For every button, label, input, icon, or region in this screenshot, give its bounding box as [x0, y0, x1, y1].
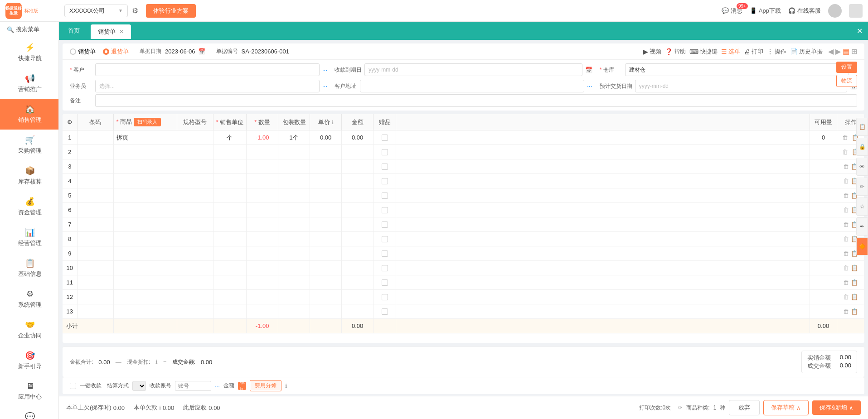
customer-addr-select-icon[interactable]: ··· — [587, 82, 592, 90]
row-gift-1[interactable] — [373, 130, 396, 145]
copy-icon-10[interactable]: 📋 — [851, 265, 858, 271]
select-btn[interactable]: ☰ 选单 — [721, 48, 740, 56]
user-menu-btn[interactable] — [849, 4, 863, 18]
save-new-button[interactable]: 保存&新增 ∧ — [812, 400, 861, 415]
sidebar-item-marketing[interactable]: 📢 营销推广 — [0, 68, 58, 99]
sidebar-item-operations[interactable]: 📊 经营管理 — [0, 222, 58, 253]
date-value[interactable]: 2023-06-06 — [165, 48, 195, 55]
row-unit-1[interactable]: 个 — [213, 130, 247, 145]
expected-date-input[interactable]: yyyy-mm-dd — [635, 80, 847, 92]
gift-checkbox-5[interactable] — [382, 193, 388, 199]
delete-icon-12[interactable]: 🗑 — [843, 294, 849, 300]
next-page-btn[interactable]: ▶ — [835, 47, 841, 56]
salesperson-select-icon[interactable]: ··· — [322, 82, 328, 90]
row-pkg-2[interactable] — [278, 145, 310, 159]
row-barcode-1[interactable] — [77, 130, 113, 145]
due-date-input[interactable]: yyyy-mm-dd — [364, 63, 582, 76]
row-gift-2[interactable] — [373, 145, 396, 159]
tab-home[interactable]: 首页 — [59, 22, 89, 40]
video-btn[interactable]: ▶ 视频 — [643, 48, 661, 56]
logistics-btn[interactable]: 物流 — [836, 75, 857, 87]
radio-sales[interactable]: 销货单 — [70, 48, 96, 56]
row-pkg-1[interactable]: 1个 — [278, 130, 310, 145]
sidebar-item-inventory[interactable]: 📦 库存核算 — [0, 160, 58, 191]
help-btn[interactable]: ❓ 帮助 — [665, 48, 686, 56]
gift-checkbox-7[interactable] — [382, 222, 388, 228]
row-price-2[interactable] — [310, 145, 342, 159]
gift-checkbox-1[interactable] — [382, 135, 388, 141]
delete-icon-6[interactable]: 🗑 — [843, 207, 849, 213]
print-refresh-icon[interactable]: ⟳ — [678, 405, 683, 411]
save-draft-button[interactable]: 保存草稿 ∧ — [763, 400, 809, 415]
sidebar-item-enterprise[interactable]: 🤝 企业协同 — [0, 314, 58, 345]
grid-view-btn[interactable]: ⊞ — [851, 47, 857, 56]
gift-checkbox-13[interactable] — [382, 308, 388, 315]
one-click-checkbox[interactable] — [70, 383, 76, 389]
gift-checkbox-2[interactable] — [382, 149, 388, 155]
row-amount-1[interactable]: 0.00 — [342, 130, 373, 145]
user-avatar[interactable] — [828, 4, 842, 18]
docno-value[interactable]: SA-20230606-001 — [242, 48, 290, 55]
expense-split-btn[interactable]: 费用分摊 — [250, 380, 281, 391]
rf-eye-btn[interactable]: 👁 — [856, 158, 868, 176]
delete-icon-13[interactable]: 🗑 — [843, 308, 849, 315]
delete-icon-3[interactable]: 🗑 — [843, 163, 849, 170]
account-input[interactable] — [175, 381, 211, 391]
message-btn[interactable]: 💬 消息 99+ — [722, 7, 742, 15]
copy-icon-11[interactable]: 📋 — [851, 279, 858, 286]
gift-checkbox-12[interactable] — [382, 294, 388, 300]
gift-checkbox-8[interactable] — [382, 236, 388, 242]
sidebar-search[interactable]: 🔍 搜索菜单 — [0, 22, 58, 37]
notes-input[interactable] — [95, 94, 857, 107]
settings-icon-btn[interactable]: ⚙ — [128, 4, 142, 18]
tab-sales-order[interactable]: 销货单 ✕ — [91, 24, 131, 39]
operation-btn[interactable]: ⋮ 操作 — [767, 48, 786, 56]
delete-icon-5[interactable]: 🗑 — [843, 192, 849, 199]
row-spec-1[interactable] — [177, 130, 213, 145]
tab-close-icon[interactable]: ✕ — [119, 29, 124, 35]
gift-checkbox-6[interactable] — [382, 207, 388, 213]
rf-clipboard-btn[interactable]: 📋 — [856, 118, 868, 136]
gift-checkbox-4[interactable] — [382, 178, 388, 184]
rf-orange-btn[interactable]: 🔶 — [856, 237, 868, 255]
sidebar-item-finance[interactable]: 💰 资金管理 — [0, 191, 58, 222]
sidebar-item-sales[interactable]: 🏠 销售管理 — [0, 99, 58, 130]
abandon-button[interactable]: 放弃 — [729, 400, 760, 415]
sidebar-item-wechat[interactable]: 💬 企业微信 — [0, 406, 58, 419]
warehouse-input[interactable]: 建材仓 — [625, 63, 849, 76]
gift-checkbox-9[interactable] — [382, 250, 388, 257]
rf-pen-btn[interactable]: ✒ — [856, 217, 868, 236]
row-product-2[interactable] — [113, 145, 177, 159]
row-qty-1[interactable]: -1.00 — [247, 130, 278, 145]
calc-method-select[interactable] — [132, 381, 146, 391]
due-date-cal-icon[interactable]: 📅 — [585, 67, 592, 73]
rf-lock-btn[interactable]: 🔒 — [856, 138, 868, 156]
gift-checkbox-11[interactable] — [382, 279, 388, 286]
delete-icon-11[interactable]: 🗑 — [843, 279, 849, 286]
company-selector[interactable]: XXXXXX公司 ▼ — [64, 5, 128, 17]
row-spec-2[interactable] — [177, 145, 213, 159]
customer-input[interactable] — [95, 63, 320, 76]
delete-icon-8[interactable]: 🗑 — [843, 236, 849, 242]
rf-star-btn[interactable]: ☆ — [856, 197, 868, 216]
list-view-btn[interactable]: ▤ — [843, 47, 849, 56]
history-btn[interactable]: 📄 历史单据 — [790, 48, 823, 56]
delete-icon-10[interactable]: 🗑 — [843, 265, 849, 271]
sidebar-item-app-center[interactable]: 🖥 应用中心 — [0, 376, 58, 406]
gift-checkbox-3[interactable] — [382, 164, 388, 170]
sidebar-item-system[interactable]: ⚙ 系统管理 — [0, 284, 58, 314]
delete-icon-7[interactable]: 🗑 — [843, 221, 849, 228]
row-price-1[interactable]: 0.00 — [310, 130, 342, 145]
trial-button[interactable]: 体验行业方案 — [146, 4, 196, 18]
sidebar-item-quick-nav[interactable]: ⚡ 快捷导航 — [0, 37, 58, 68]
radio-return[interactable]: 退货单 — [103, 48, 129, 56]
row-amount-2[interactable] — [342, 145, 373, 159]
rf-edit-btn[interactable]: ✏ — [856, 178, 868, 196]
prev-page-btn[interactable]: ◀ — [828, 47, 834, 56]
print-btn[interactable]: 🖨 打印 — [744, 48, 763, 56]
sidebar-item-purchase[interactable]: 🛒 采购管理 — [0, 130, 58, 160]
sidebar-item-basic-info[interactable]: 📋 基础信息 — [0, 253, 58, 284]
row-product-1[interactable]: 拆页 — [113, 130, 177, 145]
copy-icon-13[interactable]: 📋 — [851, 308, 858, 315]
gift-checkbox-10[interactable] — [382, 265, 388, 271]
